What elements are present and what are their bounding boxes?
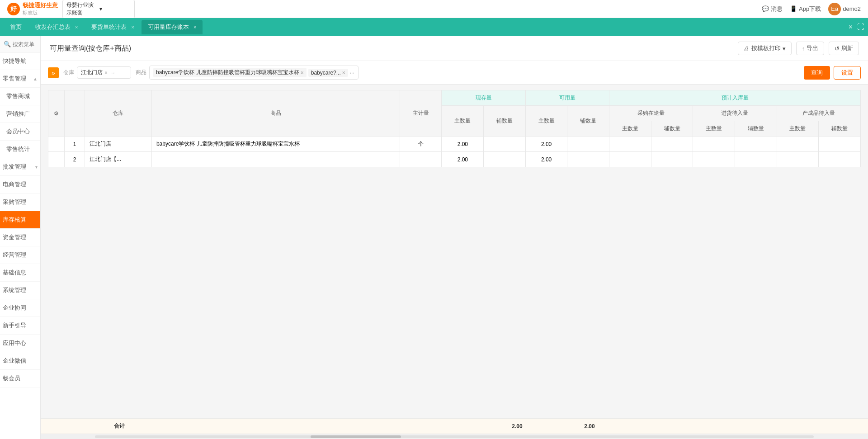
filter-more-btn[interactable]: ··· bbox=[350, 70, 354, 76]
chevron-down-icon: ▾ bbox=[783, 45, 786, 52]
horizontal-scrollbar[interactable] bbox=[41, 434, 868, 439]
export-btn[interactable]: ↑ 导出 bbox=[796, 42, 825, 55]
filter-toggle-btn[interactable]: » bbox=[48, 67, 59, 78]
top-bar-left: 好 畅捷通好生意 标准版 母婴行业演示账套 ▾ bbox=[7, 0, 135, 19]
app-download-btn[interactable]: 📱 App下载 bbox=[790, 5, 821, 13]
sidebar-item-member-label: 畅会员 bbox=[3, 374, 20, 382]
product-main-header: 主数量 bbox=[777, 121, 819, 137]
scroll-track bbox=[95, 435, 814, 438]
warehouse-filter-group: 仓库 江北门店 × ··· bbox=[63, 66, 131, 79]
row-product-main-cell bbox=[777, 137, 819, 152]
row-unit-cell: 个 bbox=[400, 137, 442, 152]
sidebar-item-member[interactable]: 畅会员 bbox=[0, 370, 40, 387]
sidebar-item-operations[interactable]: 经营管理 bbox=[0, 246, 40, 264]
sidebar-item-quick-nav[interactable]: 快捷导航 bbox=[0, 52, 40, 70]
row-purchase-sub-cell bbox=[651, 137, 693, 152]
store-selector-text: 母婴行业演示账套 bbox=[66, 1, 98, 17]
row-avail-main-cell: 2.00 bbox=[525, 152, 567, 167]
sidebar-item-wholesale-mgmt[interactable]: 批发管理 ▾ bbox=[0, 158, 40, 176]
row-num-header bbox=[65, 90, 85, 137]
logo-area: 好 畅捷通好生意 标准版 bbox=[7, 1, 58, 16]
row-product-sub-cell bbox=[819, 137, 861, 152]
row-stock-main-cell: 2.00 bbox=[442, 152, 484, 167]
message-btn[interactable]: 💬 消息 bbox=[762, 5, 783, 13]
store-selector[interactable]: 母婴行业演示账套 ▾ bbox=[62, 0, 135, 19]
sidebar-item-new-guide-label: 新手引导 bbox=[3, 321, 26, 330]
footer-bar: 合计 2.00 2.00 bbox=[41, 418, 868, 434]
sidebar-item-retail-mall-label: 零售商城 bbox=[6, 92, 30, 100]
product-tag-2: babycare?... × bbox=[308, 69, 348, 77]
settings-btn[interactable]: 设置 bbox=[834, 66, 861, 80]
sidebar-search-area[interactable]: 🔍 bbox=[0, 36, 40, 52]
row-product-cell: babycare学饮杯 儿童防摔防撞吸管杯重力球吸嘴杯宝宝水杯 bbox=[151, 137, 400, 152]
row-purchase-main-cell bbox=[609, 152, 651, 167]
tab-order-stats[interactable]: 要货单统计表 × bbox=[85, 20, 140, 34]
sidebar-item-app-center[interactable]: 应用中心 bbox=[0, 335, 40, 352]
table-row: 2 江北门店【... 2.00 2.00 bbox=[48, 152, 861, 167]
sidebar-item-marketing[interactable]: 营销推广 bbox=[0, 105, 40, 123]
remove-product-tag-2[interactable]: × bbox=[342, 70, 345, 76]
row-unit-cell bbox=[400, 152, 442, 167]
user-name: demo2 bbox=[843, 5, 861, 12]
row-inbound-main-cell bbox=[693, 152, 735, 167]
sidebar-item-enterprise-wechat[interactable]: 企业微信 bbox=[0, 352, 40, 370]
main-layout: 🔍 快捷导航 零售管理 ▲ 零售商城 营销推广 会员中心 零售统计 bbox=[0, 36, 868, 439]
tab-available-stock[interactable]: 可用量库存账本 × bbox=[142, 20, 203, 34]
close-tab-available-stock[interactable]: × bbox=[193, 24, 196, 30]
planned-group-header: 预计入库量 bbox=[609, 90, 861, 106]
remove-warehouse-icon[interactable]: × bbox=[104, 70, 108, 76]
print-btn[interactable]: 🖨 按模板打印 ▾ bbox=[738, 42, 792, 55]
close-tab-receivable[interactable]: × bbox=[75, 24, 78, 30]
row-settings-cell bbox=[48, 152, 65, 167]
footer-total-label: 合计 bbox=[114, 422, 472, 430]
sidebar-item-operations-label: 经营管理 bbox=[3, 251, 26, 259]
tab-receivable-summary[interactable]: 收发存汇总表 × bbox=[29, 20, 84, 34]
sidebar-item-purchase-mgmt-label: 采购管理 bbox=[3, 198, 26, 206]
row-stock-main-cell: 2.00 bbox=[442, 137, 484, 152]
sidebar-item-system-mgmt[interactable]: 系统管理 bbox=[0, 282, 40, 299]
settings-col-header[interactable]: ⚙ bbox=[48, 90, 65, 137]
search-input[interactable] bbox=[13, 41, 37, 47]
remove-product-tag-1[interactable]: × bbox=[301, 70, 304, 76]
sidebar-item-retail-mall[interactable]: 零售商城 bbox=[0, 88, 40, 105]
product-sub-header: 辅数量 bbox=[819, 121, 861, 137]
sidebar-item-finance[interactable]: 资金管理 bbox=[0, 229, 40, 246]
tab-home[interactable]: 首页 bbox=[4, 20, 28, 34]
sidebar-item-retail-stats-label: 零售统计 bbox=[6, 145, 30, 153]
sidebar-item-quick-nav-label: 快捷导航 bbox=[3, 57, 26, 65]
sidebar-item-inventory[interactable]: 库存核算 bbox=[0, 211, 40, 229]
sidebar-item-member-center-label: 会员中心 bbox=[6, 127, 30, 136]
close-tab-order-stats[interactable]: × bbox=[131, 24, 134, 30]
logo-icon: 好 bbox=[7, 3, 20, 15]
close-all-tabs-btn[interactable]: × bbox=[849, 23, 853, 31]
logo-sub: 标准版 bbox=[23, 9, 58, 16]
inbound-sub-header: 辅数量 bbox=[735, 121, 777, 137]
more-warehouse-icon[interactable]: ··· bbox=[111, 70, 116, 76]
avail-sub-header: 辅数量 bbox=[567, 106, 609, 137]
sidebar-item-enterprise-collab[interactable]: 企业协同 bbox=[0, 299, 40, 317]
user-btn[interactable]: Ea demo2 bbox=[828, 3, 861, 15]
sidebar-item-retail-mgmt[interactable]: 零售管理 ▲ bbox=[0, 70, 40, 88]
product-filter-label: 商品 bbox=[136, 69, 146, 76]
product-filter-input[interactable]: babycare学饮杯 儿童防摔防撞吸管杯重力球吸嘴杯宝宝水杯 × babyca… bbox=[149, 66, 359, 80]
page-title: 可用量查询(按仓库+商品) bbox=[50, 44, 131, 53]
sidebar-item-ecommerce[interactable]: 电商管理 bbox=[0, 176, 40, 194]
tab-home-label: 首页 bbox=[10, 23, 22, 31]
row-stock-sub-cell bbox=[484, 137, 526, 152]
purchase-transit-main-header: 主数量 bbox=[609, 121, 651, 137]
warehouse-filter-input[interactable]: 江北门店 × ··· bbox=[77, 66, 131, 79]
stock-sub-header: 辅数量 bbox=[484, 106, 526, 137]
refresh-btn[interactable]: ↺ 刷新 bbox=[829, 42, 859, 55]
sidebar-item-basic-info[interactable]: 基础信息 bbox=[0, 264, 40, 282]
sidebar-item-new-guide[interactable]: 新手引导 bbox=[0, 317, 40, 335]
sidebar: 🔍 快捷导航 零售管理 ▲ 零售商城 营销推广 会员中心 零售统计 bbox=[0, 36, 41, 439]
query-btn[interactable]: 查询 bbox=[804, 66, 830, 80]
product-tag-1-text: babycare学饮杯 儿童防摔防撞吸管杯重力球吸嘴杯宝宝水杯 bbox=[156, 69, 299, 76]
message-icon: 💬 bbox=[762, 5, 769, 12]
sidebar-item-member-center[interactable]: 会员中心 bbox=[0, 123, 40, 141]
search-icon: 🔍 bbox=[4, 41, 11, 47]
expand-btn[interactable]: ⛶ bbox=[857, 23, 864, 31]
scroll-thumb[interactable] bbox=[311, 435, 401, 438]
sidebar-item-purchase-mgmt[interactable]: 采购管理 bbox=[0, 194, 40, 211]
sidebar-item-retail-stats[interactable]: 零售统计 bbox=[0, 141, 40, 158]
